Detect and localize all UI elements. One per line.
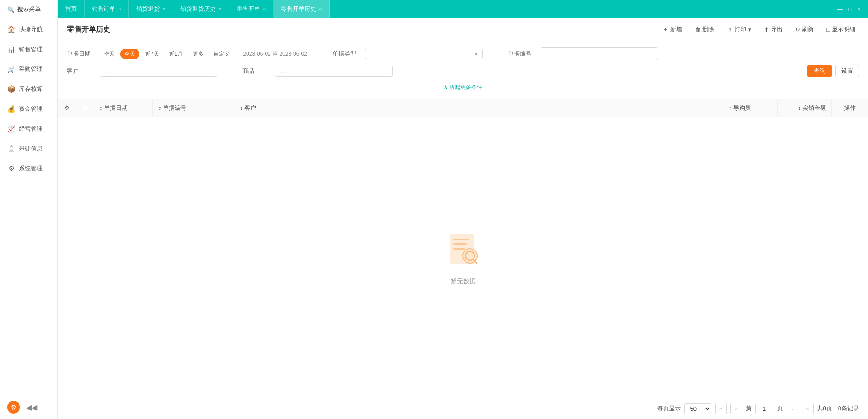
page-input[interactable] — [755, 404, 773, 414]
print-button[interactable]: 🖨 打印 ▾ — [723, 24, 755, 35]
main-content: 首页 销售订单 × 销货退货 × 销货退货历史 × 零售开单 × 零售开单历史 … — [58, 0, 868, 419]
col-guide[interactable]: ↕ 导购员 — [723, 99, 778, 117]
date-btn-today[interactable]: 今天 — [120, 49, 139, 59]
date-btn-custom[interactable]: 自定义 — [209, 49, 234, 59]
empty-illustration — [441, 230, 486, 270]
toolbar: ＋ 新增 🗑 删除 🖨 打印 ▾ ⬆ 导出 ↻ 刷新 □ 显示明 — [659, 24, 859, 35]
window-maximize-button[interactable]: □ — [849, 6, 852, 13]
col-customer-label: ↕ 客户 — [240, 104, 256, 112]
display-label: 显示明细 — [832, 25, 855, 33]
tab-retail-open[interactable]: 零售开单 × — [229, 0, 274, 18]
export-button[interactable]: ⬆ 导出 — [760, 24, 786, 35]
settings-button[interactable]: ⚙ — [7, 401, 20, 414]
collapse-sidebar-button[interactable]: ◀◀ — [25, 401, 38, 414]
sidebar-item-label: 系统管理 — [19, 165, 43, 173]
bill-type-select[interactable]: ▾ — [365, 49, 483, 59]
date-btn-more[interactable]: 更多 — [189, 49, 208, 59]
col-amount[interactable]: ↕ 实销金额 — [778, 99, 832, 117]
print-chevron-icon: ▾ — [748, 26, 751, 33]
tab-bar: 首页 销售订单 × 销货退货 × 销货退货历史 × 零售开单 × 零售开单历史 … — [58, 0, 868, 18]
date-btn-7days[interactable]: 近7天 — [141, 49, 163, 59]
pagination: 每页显示 50 10 20 100 « ‹ 第 页 › » 共0页，0条记录 — [58, 398, 868, 419]
sidebar-item-operations[interactable]: 📈经营管理 — [0, 119, 57, 139]
collapse-label: 收起更多条件 — [450, 84, 482, 91]
page-header: 零售开单历史 ＋ 新增 🗑 删除 🖨 打印 ▾ ⬆ 导出 ↻ 刷新 — [58, 18, 868, 41]
search-label: 搜索采单 — [17, 5, 41, 14]
tab-retail-history[interactable]: 零售开单历史 × — [274, 0, 330, 18]
sales-mgmt-icon: 📊 — [7, 45, 15, 53]
tab-retail-history-close[interactable]: × — [319, 6, 322, 12]
date-filter-label: 单据日期 — [67, 50, 92, 58]
date-btn-1month[interactable]: 近1月 — [165, 49, 187, 59]
tab-sales-return-close[interactable]: × — [162, 6, 166, 12]
prev-page-button[interactable]: ‹ — [730, 403, 742, 414]
per-page-label: 每页显示 — [657, 405, 681, 413]
query-button[interactable]: 查询 — [807, 65, 832, 77]
page-label: 第 — [746, 405, 752, 413]
settings-filter-button[interactable]: 设置 — [835, 65, 859, 77]
select-all-checkbox[interactable] — [82, 105, 88, 111]
bill-type-label: 单据类型 — [332, 50, 358, 58]
search-icon: 🔍 — [7, 6, 14, 13]
tab-sales-return[interactable]: 销货退货 × — [129, 0, 173, 18]
tab-retail-history-label: 零售开单历史 — [281, 5, 316, 13]
empty-text: 暂无数据 — [451, 278, 476, 286]
settings-filter-label: 设置 — [841, 67, 853, 75]
tab-sales-return-history[interactable]: 销货退货历史 × — [173, 0, 229, 18]
operations-icon: 📈 — [7, 125, 15, 133]
refresh-label: 刷新 — [802, 25, 814, 33]
empty-state: 暂无数据 — [58, 117, 868, 398]
sidebar-item-label: 资金管理 — [19, 105, 43, 113]
per-page-select[interactable]: 50 10 20 100 — [684, 403, 711, 414]
tab-sales-return-history-label: 销货退货历史 — [180, 5, 216, 13]
bill-no-input[interactable] — [541, 47, 658, 60]
col-billno[interactable]: ↕ 单据编号 — [153, 99, 234, 117]
search-button[interactable]: 🔍 搜索采单 — [0, 0, 57, 19]
sidebar-item-base-info[interactable]: 📋基础信息 — [0, 139, 57, 159]
tab-home[interactable]: 首页 — [58, 0, 85, 18]
col-amount-label: ↕ 实销金额 — [798, 104, 826, 112]
tab-sales-order[interactable]: 销售订单 × — [85, 0, 129, 18]
collapse-filter-button[interactable]: ∧ 收起更多条件 — [67, 82, 859, 95]
customer-input[interactable]: ... — [100, 66, 217, 77]
date-btn-yesterday[interactable]: 昨天 — [100, 49, 119, 59]
table-settings-button[interactable]: ⚙ — [58, 99, 76, 117]
col-customer[interactable]: ↕ 客户 — [234, 99, 723, 117]
col-guide-label: ↕ 导购员 — [729, 104, 751, 112]
sidebar-item-purchase-mgmt[interactable]: 🛒采购管理 — [0, 59, 57, 79]
tab-retail-open-label: 零售开单 — [237, 5, 260, 13]
add-button[interactable]: ＋ 新增 — [659, 24, 686, 35]
goods-input[interactable]: ... — [275, 66, 393, 77]
table-header: ⚙ ↕ 单据日期 ↕ 单据编号 ↕ 客户 ↕ 导购员 ↕ 实销金额 操作 — [58, 99, 868, 117]
date-buttons: 昨天 今天 近7天 近1月 更多 自定义 — [100, 49, 234, 59]
customer-dots: ... — [104, 68, 112, 75]
page-suffix: 页 — [777, 405, 783, 413]
table-checkbox-all[interactable] — [76, 99, 94, 117]
sidebar-nav: 🏠快捷导航📊销售管理🛒采购管理📦库存核算💰资金管理📈经营管理📋基础信息⚙系统管理 — [0, 19, 57, 395]
finance-icon: 💰 — [7, 105, 15, 113]
col-date-label: ↕ 单据日期 — [100, 104, 128, 112]
sidebar-item-finance[interactable]: 💰资金管理 — [0, 99, 57, 119]
sidebar-item-sales-mgmt[interactable]: 📊销售管理 — [0, 39, 57, 59]
tab-sales-return-history-close[interactable]: × — [218, 6, 222, 12]
date-range-display: 2023-06-02 至 2023-06-02 — [243, 50, 307, 58]
col-action-label: 操作 — [844, 104, 856, 112]
window-restore-button[interactable]: — — [837, 6, 843, 13]
export-label: 导出 — [771, 25, 783, 33]
sidebar-item-inventory[interactable]: 📦库存核算 — [0, 79, 57, 99]
col-billno-label: ↕ 单据编号 — [158, 104, 186, 112]
delete-button[interactable]: 🗑 删除 — [691, 24, 718, 35]
display-detail-button[interactable]: □ 显示明细 — [823, 24, 859, 35]
sidebar-item-quick-nav[interactable]: 🏠快捷导航 — [0, 19, 57, 39]
refresh-button[interactable]: ↻ 刷新 — [792, 24, 817, 35]
window-close-button[interactable]: × — [857, 6, 861, 13]
sidebar-item-system[interactable]: ⚙系统管理 — [0, 159, 57, 179]
col-date[interactable]: ↕ 单据日期 — [94, 99, 153, 117]
first-page-button[interactable]: « — [715, 403, 727, 414]
filter-area: 单据日期 昨天 今天 近7天 近1月 更多 自定义 2023-06-02 至 2… — [58, 41, 868, 99]
tab-bar-right: — □ × — [830, 6, 868, 13]
next-page-button[interactable]: › — [787, 403, 798, 414]
last-page-button[interactable]: » — [802, 403, 814, 414]
tab-retail-open-close[interactable]: × — [263, 6, 266, 12]
tab-sales-order-close[interactable]: × — [118, 6, 121, 12]
